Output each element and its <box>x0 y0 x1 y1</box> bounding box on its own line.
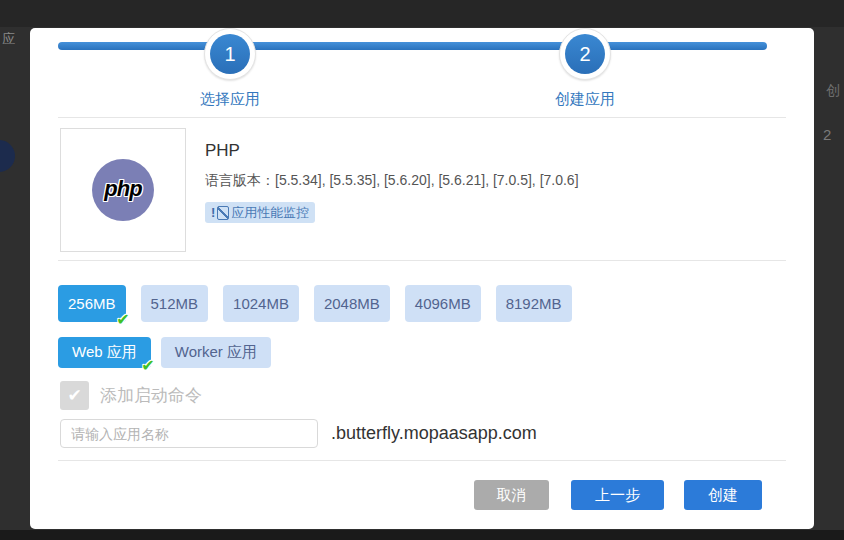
divider-footer <box>58 460 786 461</box>
step-2-label: 创建应用 <box>525 90 645 109</box>
checkbox-check-icon: ✔ <box>67 385 81 406</box>
app-title: PHP <box>205 141 579 161</box>
step-2-circle: 2 <box>565 34 605 74</box>
monitor-icon <box>217 206 229 220</box>
memory-option-256mb[interactable]: 256MB ✔ <box>58 285 126 322</box>
step-1-ring: 1 <box>204 28 256 80</box>
app-name-input[interactable] <box>60 419 318 448</box>
startup-command-checkbox[interactable]: ✔ <box>60 381 89 410</box>
app-versions: 语言版本：[5.5.34], [5.5.35], [5.6.20], [5.6.… <box>205 172 579 190</box>
app-info: PHP 语言版本：[5.5.34], [5.5.35], [5.6.20], [… <box>205 141 579 223</box>
app-type-options-row: Web 应用 ✔ Worker 应用 <box>58 337 271 368</box>
memory-options-row: 256MB ✔ 512MB 1024MB 2048MB 4096MB 8192M… <box>58 285 572 322</box>
selected-check-icon: ✔ <box>141 358 154 374</box>
domain-suffix: .butterfly.mopaasapp.com <box>331 423 537 444</box>
memory-option-8192mb[interactable]: 8192MB <box>496 285 572 322</box>
memory-option-2048mb[interactable]: 2048MB <box>314 285 390 322</box>
memory-option-label: 4096MB <box>415 295 471 312</box>
php-logo-text: php <box>104 176 141 202</box>
performance-monitor-badge-label: 应用性能监控 <box>231 205 309 220</box>
previous-step-button[interactable]: 上一步 <box>571 480 664 510</box>
type-option-worker[interactable]: Worker 应用 <box>161 337 271 368</box>
memory-option-label: 1024MB <box>233 295 289 312</box>
selected-check-icon: ✔ <box>116 312 129 328</box>
background-clipped-text-right-1: 创 <box>826 82 840 100</box>
type-option-label: Worker 应用 <box>175 343 257 362</box>
startup-command-row: ✔ 添加启动命令 <box>60 381 202 410</box>
app-name-row: .butterfly.mopaasapp.com <box>60 419 537 448</box>
performance-monitor-badge: ! 应用性能监控 <box>205 202 315 223</box>
background-clipped-text-left: 应 <box>2 30 15 48</box>
divider-app <box>58 260 786 261</box>
background-clipped-text-right-2: 2 <box>823 126 831 143</box>
stepper-progress-bar <box>58 42 767 50</box>
memory-option-1024mb[interactable]: 1024MB <box>223 285 299 322</box>
startup-command-label: 添加启动命令 <box>100 384 202 407</box>
step-2-ring: 2 <box>559 28 611 80</box>
background-clipped-logo <box>0 140 15 172</box>
divider-stepper <box>58 117 786 118</box>
step-1-label: 选择应用 <box>170 90 290 109</box>
cancel-button[interactable]: 取消 <box>474 480 549 510</box>
memory-option-label: 2048MB <box>324 295 380 312</box>
create-app-modal: 1 2 选择应用 创建应用 php PHP 语言版本：[5.5.34], [5.… <box>30 28 814 529</box>
alert-icon: ! <box>211 205 215 220</box>
backdrop-bottom-strip <box>0 530 844 540</box>
step-1-circle: 1 <box>210 34 250 74</box>
memory-option-4096mb[interactable]: 4096MB <box>405 285 481 322</box>
type-option-label: Web 应用 <box>72 343 137 362</box>
memory-option-label: 512MB <box>151 295 199 312</box>
selected-app-card: php <box>60 128 186 252</box>
type-option-web[interactable]: Web 应用 ✔ <box>58 337 151 368</box>
php-logo-icon: php <box>92 159 154 221</box>
memory-option-label: 256MB <box>68 295 116 312</box>
memory-option-512mb[interactable]: 512MB <box>141 285 209 322</box>
backdrop-top-strip <box>0 0 844 27</box>
memory-option-label: 8192MB <box>506 295 562 312</box>
create-button[interactable]: 创建 <box>684 480 762 510</box>
